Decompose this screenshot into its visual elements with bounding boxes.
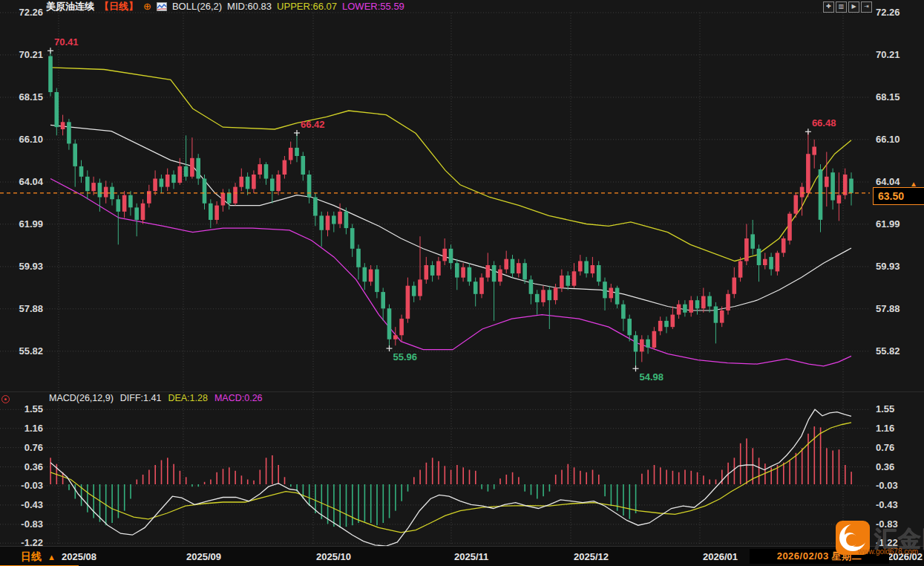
price-axis-label-right: 72.26 [876,7,914,18]
chart-app: 70.4166.4266.4855.9654.98 美原油连续 【日线】 ⊕ B… [0,0,924,566]
macd-axis-label-right: -0.43 [876,499,914,510]
macd-label: MACD(26,12,9) [49,393,114,403]
last-price-label: 63.50 [873,187,924,205]
date-label: 2025/11 [454,551,488,562]
price-axis-label-left: 61.99 [4,218,43,230]
price-axis-label-right: 55.82 [876,345,914,357]
macd-dea-value: DEA:1.28 [168,393,208,403]
time-axis-bar: 日线▲ 2025/082025/092025/102025/112025/122… [0,546,924,566]
macd-header: MACD(26,12,9) DIFF:1.41 DEA:1.28 MACD:0.… [49,393,263,403]
symbol-label: 美原油连续 [46,0,94,13]
watermark-url: www.gold678.com [858,547,918,556]
move-icon[interactable]: ✚ [823,1,834,13]
price-macd-chart[interactable]: 70.4166.4266.4855.9654.98 [0,0,924,566]
macd-target-icon [1,395,10,403]
boll-lower-value: LOWER:55.59 [342,1,404,12]
macd-axis-label-left: 1.16 [4,423,43,434]
price-axis-label-left: 66.10 [4,134,43,145]
price-axis-label-left: 55.82 [4,345,43,357]
period-tab-label: 日线 [21,550,42,562]
svg-text:55.96: 55.96 [393,351,418,362]
macd-axis-label-left: 0.36 [4,461,43,472]
boll-upper-value: UPPER:66.07 [277,1,337,12]
macd-axis-label-left: -0.83 [4,518,43,530]
macd-axis-label-right: 1.16 [876,423,914,434]
chart-header: 美原油连续 【日线】 ⊕ BOLL(26,2) MID:60.83 UPPER:… [46,0,404,13]
svg-text:66.48: 66.48 [812,117,836,129]
macd-axis-label-left: 0.76 [4,442,43,453]
price-axis-label-right: 64.04 [876,176,914,187]
date-label: 2025/09 [186,551,221,562]
price-axis-label-left: 59.93 [4,261,43,272]
macd-axis-label-left: -0.03 [4,480,43,491]
price-axis-label-right: 59.93 [876,261,914,272]
price-axis-label-right: 68.15 [876,91,914,103]
play-chart-icon[interactable]: ▶ [848,1,859,13]
period-tab[interactable]: 日线▲ [21,550,56,564]
boll-label: BOLL(26,2) [172,1,222,12]
price-axis-label-left: 72.26 [4,7,43,18]
svg-text:70.41: 70.41 [54,36,79,48]
macd-axis-label-right: -0.03 [876,480,914,491]
mini-chart-icon [157,2,167,11]
svg-text:54.98: 54.98 [640,371,664,383]
date-label: 2026/01 [703,551,738,562]
chart-toolbar: ✚ ▥ ▶ ⇥ [823,1,872,13]
macd-macd-value: MACD:0.26 [214,393,263,403]
macd-axis-label-left: -0.43 [4,499,43,510]
date-label: 2025/10 [316,551,351,562]
macd-axis-label-right: 0.36 [876,461,914,472]
macd-axis-label-right: 1.55 [876,403,914,414]
price-axis-label-right: 66.10 [876,134,914,145]
price-axis-label-left: 64.04 [4,176,43,187]
date-label: 2025/12 [574,551,609,562]
price-axis-label-right: 57.88 [876,303,914,314]
macd-diff-value: DIFF:1.41 [120,393,162,403]
svg-text:66.42: 66.42 [301,119,325,130]
add-indicator-icon[interactable]: ⊕ [143,1,151,11]
price-axis-label-right: 61.99 [876,218,914,230]
triangle-up-icon: ▲ [47,553,56,562]
price-axis-label-left: 57.88 [4,303,43,314]
boll-mid-value: MID:60.83 [227,1,272,12]
price-axis-label-right: 70.21 [876,49,914,60]
macd-axis-label-right: 0.76 [876,442,914,453]
pane-layout-icon[interactable]: ▥ [836,1,847,13]
macd-axis-label-left: 1.55 [4,403,43,414]
price-axis-label-left: 70.21 [4,49,43,60]
date-label: 2025/08 [62,551,96,562]
period-tag: 【日线】 [99,0,138,13]
export-icon[interactable]: ⇥ [861,1,872,13]
price-axis-label-left: 68.15 [4,91,43,103]
watermark: 汇金网 www.gold678.com [836,520,924,557]
